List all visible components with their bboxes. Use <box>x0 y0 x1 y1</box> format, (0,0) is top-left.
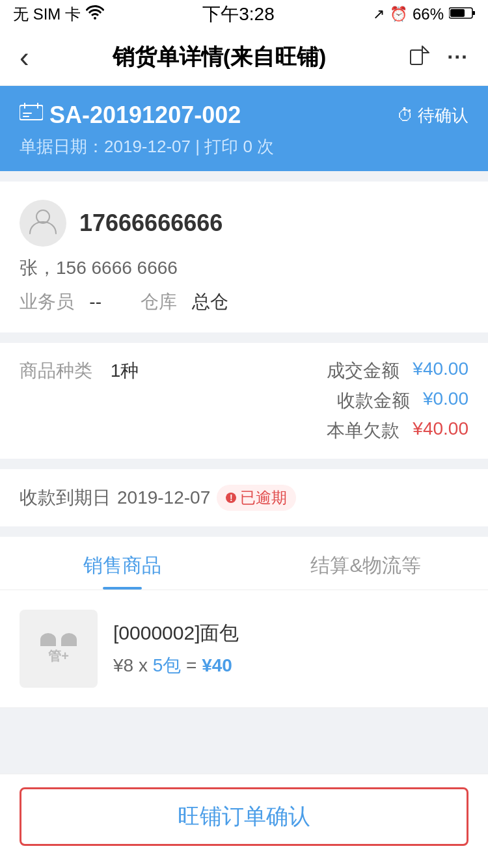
more-icon[interactable]: ··· <box>447 45 468 69</box>
product-info: [0000002]面包 ¥8 x 5包 = ¥40 <box>113 620 468 678</box>
product-types-label: 商品种类 <box>20 359 92 383</box>
status-time: 下午3:28 <box>202 2 275 27</box>
back-button[interactable]: ‹ <box>20 41 29 74</box>
amount-label: 成交金额 <box>327 359 400 383</box>
summary-amounts: 成交金额 ¥40.00 收款金额 ¥0.00 本单欠款 ¥40.00 <box>327 359 468 443</box>
owed-row: 本单欠款 ¥40.00 <box>327 418 468 443</box>
confirm-button[interactable]: 旺铺订单确认 <box>20 787 468 846</box>
owed-label: 本单欠款 <box>327 418 400 443</box>
status-right: ↗ ⏰ 66% <box>373 5 475 23</box>
overdue-text: 已逾期 <box>240 487 287 508</box>
tab-products[interactable]: 销售商品 <box>0 537 244 590</box>
svg-rect-3 <box>411 50 422 64</box>
battery-text: 66% <box>413 5 444 23</box>
status-left: 无 SIM 卡 <box>13 4 104 25</box>
product-logo: 管+ <box>40 633 77 665</box>
product-price: ¥8 x 5包 = ¥40 <box>113 653 468 678</box>
quantity: 5包 <box>153 655 182 675</box>
received-label: 收款金额 <box>337 388 410 413</box>
due-date-value: 2019-12-07 <box>117 487 210 508</box>
product-total: ¥40 <box>202 655 232 675</box>
amount-value: ¥40.00 <box>413 359 468 383</box>
carrier-text: 无 SIM 卡 <box>13 4 81 25</box>
customer-name-phone: 张，156 6666 6666 <box>20 256 468 280</box>
order-icon <box>20 103 43 128</box>
amount-row: 成交金额 ¥40.00 <box>327 359 468 383</box>
order-header: SA-20191207-002 ⏱ 待确认 单据日期：2019-12-07 | … <box>0 86 488 171</box>
tabs-bar: 销售商品 结算&物流等 <box>0 537 488 590</box>
avatar-icon <box>29 206 57 241</box>
wifi-icon <box>86 5 104 23</box>
customer-card: 17666666666 张，156 6666 6666 业务员 -- 仓库 总仓 <box>0 182 488 332</box>
alarm-icon: ⏰ <box>390 6 407 23</box>
order-id: SA-20191207-002 <box>20 102 241 129</box>
share-icon[interactable] <box>409 44 431 71</box>
order-date: 单据日期：2019-12-07 | 打印 0 次 <box>20 135 468 158</box>
page-title: 销货单详情(来自旺铺) <box>113 42 327 72</box>
eye-left <box>40 633 56 646</box>
warehouse-field: 仓库 总仓 <box>141 290 228 314</box>
nav-right[interactable]: ··· <box>409 44 468 71</box>
overdue-icon: ! <box>226 493 236 503</box>
product-types-value: 1种 <box>111 359 139 383</box>
product-types-field: 商品种类 1种 <box>20 359 139 383</box>
eye-right <box>61 633 77 646</box>
price-per-unit: ¥8 x 5包 = ¥40 <box>113 655 232 675</box>
product-thumbnail: 管+ <box>20 610 98 688</box>
avatar <box>20 200 66 247</box>
customer-meta: 业务员 -- 仓库 总仓 <box>20 290 468 314</box>
clock-icon: ⏱ <box>397 105 414 126</box>
bottom-btn-area: 旺铺订单确认 <box>0 774 488 868</box>
nav-bar: ‹ 销货单详情(来自旺铺) ··· <box>0 29 488 86</box>
due-date-card: 收款到期日 2019-12-07 ! 已逾期 <box>0 469 488 526</box>
svg-rect-2 <box>450 9 465 17</box>
location-icon: ↗ <box>373 6 385 23</box>
status-bar: 无 SIM 卡 下午3:28 ↗ ⏰ 66% <box>0 0 488 29</box>
battery-icon <box>449 5 475 23</box>
tab-settlement[interactable]: 结算&物流等 <box>244 537 488 590</box>
salesperson-value: -- <box>89 292 102 312</box>
order-status: ⏱ 待确认 <box>397 104 468 127</box>
order-header-top: SA-20191207-002 ⏱ 待确认 <box>20 102 468 129</box>
owl-eyes <box>40 633 77 646</box>
nav-left[interactable]: ‹ <box>20 41 29 74</box>
warehouse-value: 总仓 <box>192 292 228 312</box>
warehouse-label: 仓库 <box>141 292 177 312</box>
received-row: 收款金额 ¥0.00 <box>337 388 468 413</box>
due-date-label: 收款到期日 <box>20 485 111 510</box>
svg-rect-1 <box>472 11 475 15</box>
received-value: ¥0.00 <box>423 388 468 413</box>
customer-top: 17666666666 <box>20 200 468 247</box>
product-list: 管+ [0000002]面包 ¥8 x 5包 = ¥40 <box>0 590 488 708</box>
product-name: [0000002]面包 <box>113 620 468 647</box>
product-item: 管+ [0000002]面包 ¥8 x 5包 = ¥40 <box>0 590 488 708</box>
summary-card: 商品种类 1种 成交金额 ¥40.00 收款金额 ¥0.00 本单欠款 ¥40.… <box>0 343 488 459</box>
overdue-badge: ! 已逾期 <box>217 485 296 511</box>
salesperson-label: 业务员 <box>20 292 74 312</box>
brand-text: 管+ <box>48 647 69 665</box>
customer-phone: 17666666666 <box>79 210 223 237</box>
salesperson-field: 业务员 -- <box>20 290 102 314</box>
owed-value: ¥40.00 <box>413 418 468 443</box>
